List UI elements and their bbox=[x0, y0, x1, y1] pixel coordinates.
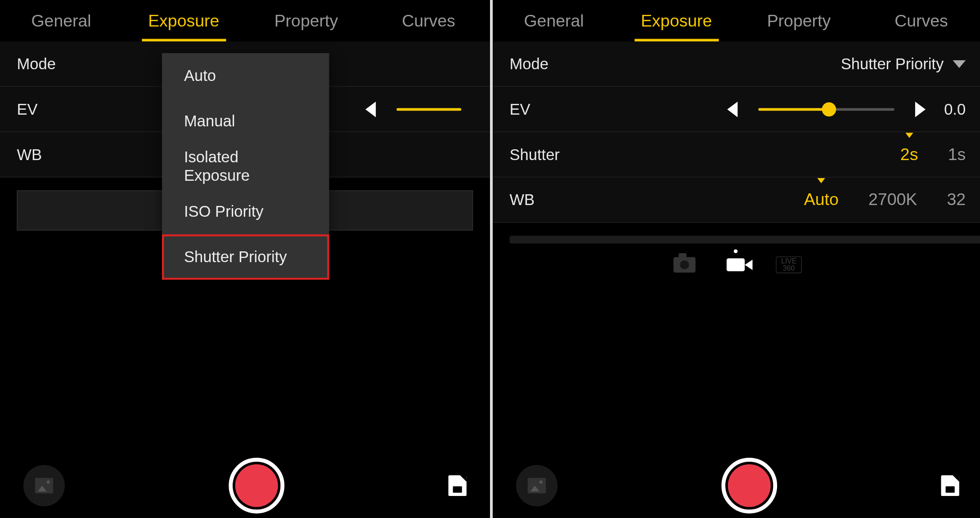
tab-exposure[interactable]: Exposure bbox=[122, 0, 245, 41]
scroll-hint bbox=[509, 236, 980, 243]
tab-exposure[interactable]: Exposure bbox=[615, 0, 737, 41]
image-icon bbox=[35, 478, 53, 494]
settings-panel: Mode Shutter Priority EV 0.0 bbox=[493, 41, 980, 223]
tab-general[interactable]: General bbox=[0, 0, 122, 41]
shutter-label: Shutter bbox=[509, 145, 593, 163]
shutter-option-1s[interactable]: 1s bbox=[948, 144, 966, 165]
ev-label: EV bbox=[509, 100, 593, 118]
mode-option-shutter-priority[interactable]: Shutter Priority bbox=[162, 234, 329, 280]
wb-label: WB bbox=[509, 191, 593, 209]
shutter-button[interactable] bbox=[721, 458, 777, 514]
wb-option-32[interactable]: 32 bbox=[947, 190, 966, 210]
gallery-button[interactable] bbox=[23, 465, 65, 506]
mode-option-manual[interactable]: Manual bbox=[162, 98, 329, 144]
ev-value: 0.0 bbox=[935, 100, 966, 118]
tab-curves[interactable]: Curves bbox=[367, 0, 490, 41]
save-icon[interactable] bbox=[941, 475, 959, 496]
tab-general[interactable]: General bbox=[493, 0, 615, 41]
image-icon bbox=[528, 478, 546, 494]
ev-increase-icon[interactable] bbox=[915, 101, 926, 117]
video-mode-icon[interactable] bbox=[727, 259, 745, 272]
ev-label: EV bbox=[17, 100, 101, 118]
mode-option-iso-priority[interactable]: ISO Priority bbox=[162, 189, 329, 234]
chevron-down-icon bbox=[953, 60, 966, 67]
bottom-bar bbox=[0, 453, 490, 518]
ev-decrease-icon[interactable] bbox=[365, 101, 376, 117]
live-mode-icon[interactable]: LIVE 360 bbox=[776, 256, 802, 273]
shutter-row: Shutter 2s 1s bbox=[493, 132, 980, 178]
mode-option-auto[interactable]: Auto bbox=[162, 53, 329, 98]
media-type-row: LIVE 360 bbox=[493, 256, 980, 273]
tabs: General Exposure Property Curves bbox=[493, 0, 980, 41]
ev-decrease-icon[interactable] bbox=[727, 101, 737, 117]
mode-label: Mode bbox=[17, 55, 101, 73]
tabs: General Exposure Property Curves bbox=[0, 0, 490, 41]
ev-slider[interactable] bbox=[396, 108, 461, 111]
shutter-picker[interactable]: 2s 1s bbox=[900, 144, 966, 165]
mode-label: Mode bbox=[509, 55, 593, 73]
wb-option-2700k[interactable]: 2700K bbox=[868, 190, 917, 210]
tab-curves[interactable]: Curves bbox=[860, 0, 980, 41]
gallery-button[interactable] bbox=[516, 465, 557, 506]
ev-slider[interactable] bbox=[758, 108, 894, 111]
bottom-bar bbox=[493, 453, 980, 518]
wb-label: WB bbox=[17, 145, 101, 163]
shutter-option-2s[interactable]: 2s bbox=[900, 144, 918, 165]
mode-value: Shutter Priority bbox=[841, 55, 944, 73]
wb-picker[interactable]: Auto 2700K 32 bbox=[804, 190, 966, 210]
wb-option-auto[interactable]: Auto bbox=[804, 190, 839, 210]
tab-property[interactable]: Property bbox=[737, 0, 860, 41]
mode-row[interactable]: Mode Shutter Priority bbox=[493, 41, 980, 87]
ev-row: EV 0.0 bbox=[493, 87, 980, 132]
mode-dropdown: Auto Manual Isolated Exposure ISO Priori… bbox=[162, 53, 329, 280]
wb-row: WB Auto 2700K 32 bbox=[493, 178, 980, 223]
screenshot-left: General Exposure Property Curves Mode EV bbox=[0, 0, 490, 518]
save-icon[interactable] bbox=[448, 475, 466, 496]
screenshot-right: General Exposure Property Curves Mode Sh… bbox=[490, 0, 980, 518]
shutter-button[interactable] bbox=[229, 458, 284, 514]
photo-mode-icon[interactable] bbox=[674, 257, 696, 273]
mode-option-isolated-exposure[interactable]: Isolated Exposure bbox=[162, 144, 329, 189]
tab-property[interactable]: Property bbox=[245, 0, 367, 41]
